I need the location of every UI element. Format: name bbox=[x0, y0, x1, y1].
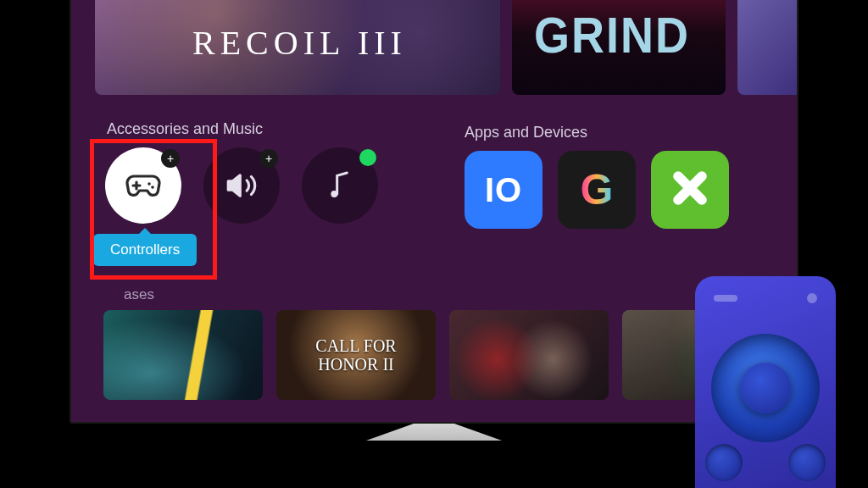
hero-title-recoil: RECOIL III bbox=[192, 23, 407, 63]
spotify-badge-icon bbox=[359, 149, 376, 166]
release-tile-racing[interactable] bbox=[103, 310, 263, 400]
remote-mic-icon bbox=[714, 295, 737, 302]
hero-title-grind: GRIND bbox=[534, 6, 690, 64]
app-tile-g[interactable]: G bbox=[558, 151, 636, 229]
tv-frame: RECOIL III GRIND Accessories and Music A… bbox=[70, 0, 798, 424]
tutorial-highlight-box bbox=[90, 139, 217, 280]
hero-tile-grind[interactable]: GRIND bbox=[512, 0, 726, 95]
app-tile-io[interactable]: IO bbox=[465, 151, 542, 229]
remote-power-icon[interactable] bbox=[807, 293, 817, 303]
release-honor-title: CALL FOR HONOR II bbox=[276, 310, 436, 400]
accessory-music[interactable] bbox=[302, 147, 378, 224]
release-tile-honor[interactable]: CALL FOR HONOR II bbox=[276, 310, 436, 400]
app-tile-x[interactable] bbox=[651, 151, 729, 229]
music-note-icon bbox=[323, 169, 357, 202]
section-title-accessories: Accessories and Music bbox=[107, 120, 263, 138]
remote-dpad[interactable] bbox=[711, 334, 820, 442]
app-g-label: G bbox=[581, 165, 614, 214]
speaker-icon bbox=[224, 168, 259, 203]
remote-back-button[interactable] bbox=[705, 444, 743, 481]
svg-point-2 bbox=[331, 191, 337, 197]
hero-row: RECOIL III GRIND bbox=[71, 0, 797, 102]
releases-row: CALL FOR HONOR II bbox=[103, 310, 782, 400]
release-tile-sport[interactable] bbox=[449, 310, 609, 400]
section-title-apps: Apps and Devices bbox=[465, 124, 587, 141]
remote-home-button[interactable] bbox=[788, 444, 826, 481]
plus-icon: + bbox=[259, 149, 278, 168]
tv-stand bbox=[366, 424, 502, 441]
music-circle bbox=[302, 147, 378, 224]
remote-control bbox=[695, 276, 836, 488]
apps-row: IO G bbox=[465, 151, 729, 229]
hero-tile-extra[interactable] bbox=[737, 0, 797, 95]
x-close-icon bbox=[666, 164, 714, 215]
hero-tile-recoil[interactable]: RECOIL III bbox=[95, 0, 500, 95]
tv-screen: RECOIL III GRIND Accessories and Music A… bbox=[71, 0, 797, 422]
app-io-label: IO bbox=[485, 171, 522, 209]
section-title-releases: ases bbox=[124, 286, 154, 303]
